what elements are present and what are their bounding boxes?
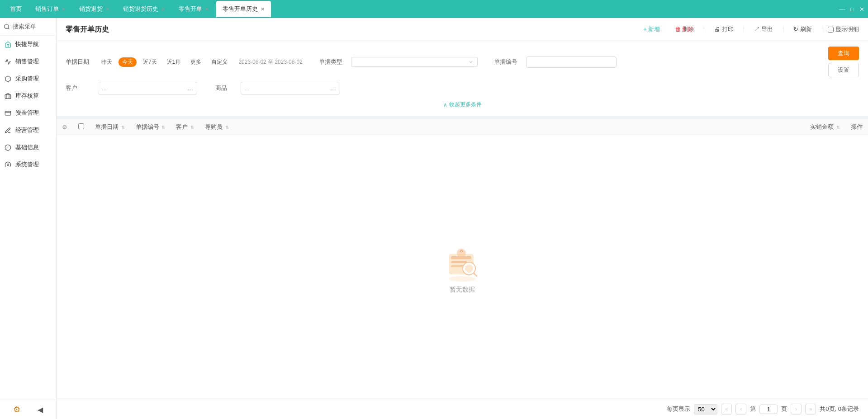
date-btn-yesterday[interactable]: 昨天: [98, 57, 116, 67]
export-button[interactable]: ↗ 导出: [749, 24, 778, 35]
sidebar-item-sales-mgmt[interactable]: 销售管理: [0, 53, 56, 70]
sort-number-icon[interactable]: ⇅: [161, 125, 165, 130]
sidebar-item-operations[interactable]: 经营管理: [0, 122, 56, 139]
tab-sales-return-history[interactable]: 销货退货历史 ✕: [117, 1, 171, 17]
col-date-label: 单据日期: [95, 123, 119, 130]
doc-number-label: 单据编号: [494, 58, 519, 66]
date-btn-7days[interactable]: 近7天: [139, 57, 161, 67]
last-page-btn[interactable]: »: [805, 404, 816, 414]
svg-rect-13: [451, 265, 464, 267]
sidebar-collapse-btn[interactable]: ◀: [38, 405, 43, 414]
tab-bar-right: — □ ✕: [839, 6, 864, 13]
sidebar-search[interactable]: 搜索采单: [0, 18, 56, 36]
tab-retail-open[interactable]: 零售开单 ✕: [172, 1, 215, 17]
date-btn-today[interactable]: 今天: [119, 57, 137, 67]
tab-sales-return[interactable]: 销货退货 ✕: [73, 1, 116, 17]
print-button[interactable]: 🖨 打印: [710, 24, 738, 35]
filter-row-2: 客户 ... ... 商品 ... ...: [66, 82, 859, 94]
tab-retail-open-close[interactable]: ✕: [205, 6, 209, 12]
sidebar-item-inventory[interactable]: 库存核算: [0, 87, 56, 104]
first-page-btn[interactable]: «: [721, 404, 732, 414]
settings-button[interactable]: 设置: [828, 63, 859, 77]
tab-retail-open-history-close[interactable]: ✕: [261, 6, 265, 12]
customer-ellipsis-btn[interactable]: ...: [187, 84, 193, 92]
date-btn-1month[interactable]: 近1月: [163, 57, 185, 67]
query-button[interactable]: 查询: [828, 47, 859, 60]
window-maximize[interactable]: □: [850, 6, 854, 13]
sidebar-item-sales-mgmt-label: 销售管理: [15, 57, 39, 66]
date-range-display: 2023-06-02 至 2023-06-02: [238, 58, 302, 66]
col-salesperson[interactable]: 导购员 ⇅: [199, 119, 234, 135]
toolbar-divider1: [704, 26, 704, 33]
sidebar-item-quick-nav[interactable]: 快捷导航: [0, 36, 56, 53]
refresh-button[interactable]: ↻ 刷新: [789, 24, 816, 35]
date-btn-custom[interactable]: 自定义: [208, 57, 231, 67]
tab-sales-order[interactable]: 销售订单 ✕: [29, 1, 72, 17]
svg-rect-3: [5, 111, 11, 115]
page-size-select[interactable]: 50 10 20 100: [694, 404, 717, 414]
ops-icon: [4, 126, 12, 134]
sort-amount-icon[interactable]: ⇅: [836, 125, 840, 130]
data-table: ⚙ 单据日期 ⇅ 单据编号 ⇅: [57, 119, 868, 135]
col-date[interactable]: 单据日期 ⇅: [90, 119, 130, 135]
sidebar-item-basic-info[interactable]: 基础信息: [0, 139, 56, 156]
page-number-input[interactable]: [759, 405, 778, 414]
customer-label: 客户: [66, 84, 90, 92]
sort-date-icon[interactable]: ⇅: [121, 125, 125, 130]
select-all-checkbox[interactable]: [78, 123, 84, 129]
delete-button[interactable]: 🗑 删除: [670, 24, 699, 35]
tab-retail-open-label: 零售开单: [179, 5, 202, 13]
date-buttons: 昨天 今天 近7天 近1月 更多 自定义: [98, 57, 231, 67]
collapse-label: 收起更多条件: [449, 101, 482, 108]
tab-home-label: 首页: [10, 5, 22, 13]
system-icon: [4, 160, 12, 169]
svg-rect-2: [5, 94, 11, 99]
table-empty-state: 暂无数据: [57, 135, 868, 399]
chevron-up-icon: ∧: [443, 102, 447, 108]
collapse-row[interactable]: ∧ 收起更多条件: [66, 99, 859, 110]
display-detail-check[interactable]: [828, 27, 834, 33]
add-button[interactable]: + 新增: [639, 24, 664, 35]
chart-icon: [4, 57, 12, 66]
search-icon: [4, 24, 10, 30]
sidebar-search-label: 搜索采单: [13, 23, 36, 31]
prev-page-btn[interactable]: ‹: [735, 404, 746, 414]
tab-bar-left: 首页 销售订单 ✕ 销货退货 ✕ 销货退货历史 ✕ 零售开单 ✕ 零售开单历史 …: [4, 1, 271, 17]
sort-salesperson-icon[interactable]: ⇅: [225, 125, 229, 130]
finance-icon: [4, 109, 12, 117]
product-ellipsis-btn[interactable]: ...: [330, 84, 336, 92]
sidebar-item-quick-nav-label: 快捷导航: [15, 40, 39, 48]
sidebar-item-inventory-label: 库存核算: [15, 92, 39, 100]
next-page-btn[interactable]: ›: [791, 404, 802, 414]
sidebar-item-purchase-mgmt[interactable]: 采购管理: [0, 70, 56, 87]
customer-select[interactable]: ... ...: [98, 82, 197, 94]
tab-home[interactable]: 首页: [4, 1, 28, 17]
doc-number-input[interactable]: [526, 56, 617, 68]
col-amount[interactable]: 实销金额 ⇅: [805, 119, 845, 135]
sidebar-item-basic-info-label: 基础信息: [15, 143, 39, 151]
window-close[interactable]: ✕: [859, 6, 864, 13]
page-title: 零售开单历史: [66, 25, 109, 40]
sidebar-item-finance[interactable]: 资金管理: [0, 104, 56, 122]
tab-sales-order-close[interactable]: ✕: [62, 6, 66, 12]
table-settings-icon[interactable]: ⚙: [62, 124, 67, 131]
col-customer[interactable]: 客户 ⇅: [171, 119, 199, 135]
doc-type-select[interactable]: [351, 57, 478, 67]
col-action: 操作: [845, 119, 868, 135]
sidebar-settings-btn[interactable]: ⚙: [13, 405, 20, 414]
col-spacer: [234, 119, 805, 135]
info-icon: [4, 143, 12, 151]
date-btn-more[interactable]: 更多: [187, 57, 205, 67]
tab-sales-return-close[interactable]: ✕: [105, 6, 109, 12]
col-salesperson-label: 导购员: [205, 123, 223, 130]
window-minimize[interactable]: —: [839, 6, 845, 13]
col-settings: ⚙: [57, 119, 73, 135]
sidebar-item-system[interactable]: 系统管理: [0, 156, 56, 173]
tab-sales-return-history-close[interactable]: ✕: [161, 6, 165, 12]
col-number[interactable]: 单据编号 ⇅: [130, 119, 171, 135]
display-detail-checkbox[interactable]: 显示明细: [828, 25, 859, 33]
tab-retail-open-history[interactable]: 零售开单历史 ✕: [216, 1, 271, 17]
display-detail-label: 显示明细: [835, 25, 859, 33]
product-select[interactable]: ... ...: [241, 82, 340, 94]
sort-customer-icon[interactable]: ⇅: [190, 125, 194, 130]
